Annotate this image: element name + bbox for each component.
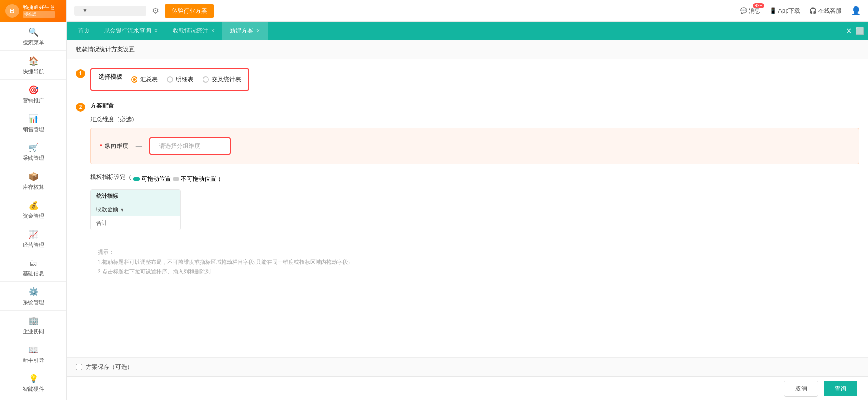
user-avatar: 👤 — [851, 6, 861, 15]
hint-close: ） — [218, 175, 224, 183]
sidebar-item-label: 营销推广 — [23, 97, 44, 104]
tab-home-label: 首页 — [78, 27, 90, 35]
service-area[interactable]: 🎧 在线客服 — [809, 7, 842, 15]
tab-controls: ✕ ⬜ — [846, 27, 864, 35]
query-button[interactable]: 查询 — [824, 381, 857, 396]
template-select-box: 选择模板 汇总表 明细表 — [90, 68, 249, 91]
home-icon: 🏠 — [28, 56, 38, 66]
hint-fixed: 不可拖动位置 — [173, 175, 216, 183]
radio-detail[interactable]: 明细表 — [167, 75, 193, 84]
tab-collection-stats[interactable]: 收款情况统计 ✕ — [165, 22, 222, 40]
notification-label: 消息 — [749, 7, 760, 14]
hint-fixed-label: 不可拖动位置 — [181, 175, 216, 183]
tab-bar: 首页 现金银行流水查询 ✕ 收款情况统计 ✕ 新建方案 ✕ ✕ ⬜ — [67, 22, 868, 40]
logo-text-area: 畅捷通好生意 标准版 — [23, 4, 55, 17]
metrics-header: 模板指标设定（ 可拖动位置 不可拖动位置 ） — [90, 173, 859, 185]
tab-bank-flow[interactable]: 现金银行流水查询 ✕ — [97, 22, 165, 40]
system-icon: ⚙️ — [28, 287, 38, 297]
trial-button[interactable]: 体验行业方案 — [165, 4, 214, 18]
sidebar-item-enterprise[interactable]: 🏢 企业协同 — [0, 311, 66, 339]
sidebar-item-nav[interactable]: 🏠 快捷导航 — [0, 51, 66, 80]
sidebar-item-hardware[interactable]: 💡 智能硬件 — [0, 368, 66, 397]
tab-home[interactable]: 首页 — [71, 22, 97, 40]
tab-close-icon[interactable]: ✕ — [846, 27, 852, 35]
dim-select-dropdown[interactable]: 请选择分组维度 — [149, 137, 231, 155]
sidebar-item-system[interactable]: ⚙️ 系统管理 — [0, 282, 66, 311]
marketing-icon: 🎯 — [28, 85, 38, 95]
sidebar-item-label: 经营管理 — [23, 241, 44, 249]
main-panel: 收款情况统计方案设置 1 选择模板 汇总表 — [67, 40, 868, 376]
sidebar-item-purchase[interactable]: 🛒 采购管理 — [0, 137, 66, 166]
download-area[interactable]: 📱 App下载 — [769, 7, 800, 15]
col-header-label: 收款金额 — [96, 206, 118, 213]
section2-number: 2 — [76, 103, 85, 112]
tips-section: 提示： 1.拖动标题栏可以调整布局，不可跨维度或指标区域拖动栏目字段(只能在同一… — [90, 242, 859, 282]
section2-title: 方案配置 — [90, 102, 114, 110]
sidebar-item-label: 库存核算 — [23, 184, 44, 191]
sidebar-item-label: 智能硬件 — [23, 386, 44, 393]
panel-body: 1 选择模板 汇总表 — [67, 59, 868, 357]
stats-col-header[interactable]: 收款金额 ▾ — [91, 203, 180, 216]
page-title: 收款情况统计方案设置 — [76, 46, 135, 52]
sidebar-item-sales[interactable]: 📊 销售管理 — [0, 108, 66, 137]
sidebar-item-marketing[interactable]: 🎯 营销推广 — [0, 80, 66, 108]
sidebar-item-label: 快捷导航 — [23, 68, 44, 75]
sidebar-item-label: 企业协同 — [23, 328, 44, 335]
sidebar-item-finance[interactable]: 💰 资金管理 — [0, 195, 66, 224]
basic-icon: 🗂 — [29, 259, 38, 268]
sidebar-item-inventory[interactable]: 📦 库存核算 — [0, 166, 66, 195]
tip1-text: 1.拖动标题栏可以调整布局，不可跨维度或指标区域拖动栏目字段(只能在同一维度或指… — [98, 258, 852, 268]
draggable-indicator — [133, 177, 140, 181]
vertical-dim-label: * 纵向维度 — [100, 142, 128, 150]
breadcrumb-arrow-icon: ▼ — [82, 8, 88, 14]
fixed-indicator — [173, 177, 179, 181]
radio-cross-circle — [203, 76, 209, 83]
download-icon: 📱 — [769, 7, 777, 14]
notification-area[interactable]: 💬 消息 99+ — [740, 7, 761, 15]
sidebar-item-label: 基础信息 — [23, 270, 44, 278]
sidebar: B 畅捷通好生意 标准版 🔍 搜索菜单 🏠 快捷导航 🎯 营销推广 📊 销售管理… — [0, 0, 67, 400]
radio-detail-label: 明细表 — [176, 75, 193, 84]
tips-title: 提示： — [98, 249, 114, 255]
enterprise-icon: 🏢 — [28, 316, 38, 326]
save-checkbox[interactable] — [76, 364, 82, 370]
inventory-icon: 📦 — [28, 172, 38, 182]
radio-cross-label: 交叉统计表 — [212, 75, 241, 84]
radio-summary[interactable]: 汇总表 — [131, 75, 158, 84]
radio-cross[interactable]: 交叉统计表 — [203, 75, 241, 84]
sidebar-item-basic[interactable]: 🗂 基础信息 — [0, 253, 66, 282]
hint-draggable-label: 可拖动位置 — [142, 175, 171, 183]
tab-new-plan[interactable]: 新建方案 ✕ — [222, 22, 268, 40]
sidebar-item-search[interactable]: 🔍 搜索菜单 — [0, 22, 66, 51]
user-area[interactable]: 👤 — [851, 6, 861, 16]
tab-collection-stats-close-icon[interactable]: ✕ — [211, 28, 215, 34]
footer-bar: 取消 查询 — [67, 376, 868, 400]
bottom-save-area: 方案保存（可选） — [67, 357, 868, 376]
purchase-icon: 🛒 — [28, 143, 38, 153]
tab-bank-flow-close-icon[interactable]: ✕ — [154, 28, 158, 34]
section1-content: 选择模板 汇总表 明细表 — [90, 68, 859, 91]
tab-new-plan-close-icon[interactable]: ✕ — [256, 28, 260, 34]
logo-name: 畅捷通好生意 — [23, 4, 55, 11]
sidebar-item-label: 系统管理 — [23, 299, 44, 306]
breadcrumb: ▼ — [74, 6, 146, 16]
stats-table: 统计指标 收款金额 ▾ 合计 — [90, 189, 181, 230]
metrics-config-label: 模板指标设定（ — [90, 173, 132, 181]
summary-dim-section: 汇总维度（必选） * 纵向维度 — 请选择分组维度 — [90, 115, 859, 164]
sidebar-item-management[interactable]: 📈 经营管理 — [0, 224, 66, 253]
sidebar-item-wechat[interactable]: 💬 企业微信 — [0, 397, 66, 400]
dim-arrow-icon: — — [136, 142, 142, 150]
section2-row: 2 方案配置 汇总维度（必选） * 纵向维度 — [76, 102, 859, 282]
dimension-area: * 纵向维度 — 请选择分组维度 — [90, 128, 859, 164]
sales-icon: 📊 — [28, 114, 38, 124]
gear-icon[interactable]: ⚙ — [152, 6, 159, 16]
cancel-button[interactable]: 取消 — [784, 381, 818, 397]
search-menu-icon: 🔍 — [28, 27, 38, 37]
save-label: 方案保存（可选） — [86, 363, 133, 371]
sidebar-item-guide[interactable]: 📖 新手引导 — [0, 339, 66, 368]
logo-badge: 标准版 — [23, 11, 55, 18]
tab-maximize-icon[interactable]: ⬜ — [855, 27, 864, 35]
notification-badge: 99+ — [753, 3, 764, 8]
header-left: ▼ ⚙ 体验行业方案 — [74, 4, 214, 18]
sidebar-menu: 🔍 搜索菜单 🏠 快捷导航 🎯 营销推广 📊 销售管理 🛒 采购管理 📦 库存核… — [0, 22, 66, 400]
